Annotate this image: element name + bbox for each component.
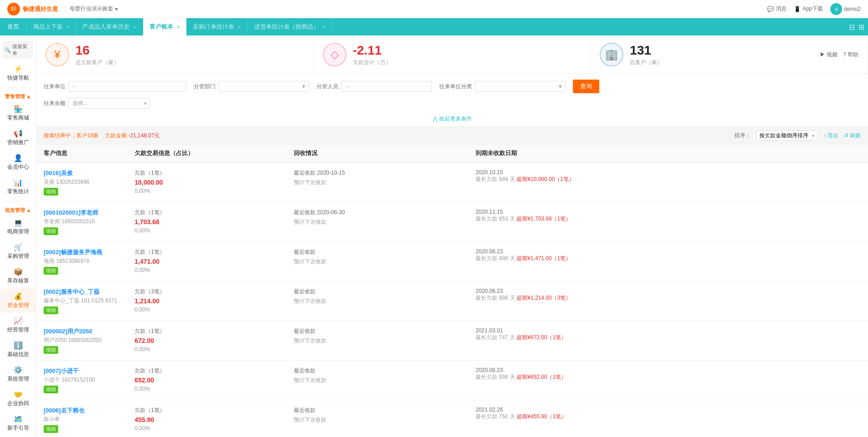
debt-amount-1[interactable]: 1,703.68	[135, 218, 294, 226]
stat-card-amount: ◇ -2.11 欠款合计（万）	[314, 35, 591, 74]
filter-bar: 往来单位 ··· 分管部门 ▾ 分管人员 ···	[36, 74, 868, 127]
department-input[interactable]: ▾	[218, 81, 309, 92]
close-icon[interactable]: ×	[323, 24, 326, 30]
sidebar-item-retail-mall[interactable]: 🏪 零售商城	[0, 101, 36, 126]
mall-icon: 🏪	[14, 105, 23, 113]
help-btn[interactable]: ? 帮助	[843, 51, 858, 59]
refresh-icon: ↺	[844, 132, 848, 139]
customer-name-4[interactable]: [000002]用户2050	[44, 327, 135, 336]
logo-icon: 好	[7, 3, 20, 15]
customer-name-2[interactable]: [0003]畅捷服务尹海燕	[44, 248, 135, 256]
collect-cell-3: 最近收款 预计下次收款	[294, 288, 476, 305]
next-collect-2: 预计下次收款	[294, 258, 476, 266]
source-unit-input[interactable]: ···	[68, 81, 186, 92]
stat-number-total: 131	[630, 43, 662, 58]
table-row: [0003]畅捷服务尹海燕 海燕 18513066976 现销 欠款（1笔） 1…	[36, 242, 868, 281]
overdue-badge-6[interactable]: 超期¥455.90（1笔）	[517, 413, 567, 420]
sidebar-item-system[interactable]: ⚙️ 系统管理	[0, 362, 36, 387]
debt-amount-6[interactable]: 455.90	[135, 416, 294, 423]
customer-tag-2: 现销	[44, 267, 58, 275]
overdue-badge-2[interactable]: 超期¥1,471.00（1笔）	[517, 255, 571, 261]
debt-amount-2[interactable]: 1,471.00	[135, 258, 294, 265]
customer-name-5[interactable]: [0007]小进干	[44, 367, 135, 375]
overdue-days-2: 最长欠款 998 天 超期¥1,471.00（1笔）	[476, 255, 861, 262]
debt-amount-5[interactable]: 652.00	[135, 377, 294, 384]
overdue-badge-5[interactable]: 超期¥652.00（1笔）	[517, 374, 567, 380]
tab-home[interactable]: 首页	[0, 18, 27, 35]
total-icon: 🏢	[600, 43, 623, 66]
search-menu-btn[interactable]: 🔍 搜索菜单	[3, 41, 33, 59]
operation-icon: 📈	[14, 316, 23, 325]
debt-cell-4: 欠款（1笔） 672.00 0.00%	[135, 327, 294, 352]
filter-item-department: 分管部门 ▾	[194, 81, 309, 92]
sidebar-section-wholesale[interactable]: 批发管理 ▲	[0, 203, 36, 215]
next-collect-3: 预计下次收款	[294, 297, 476, 305]
sidebar-item-basic-info[interactable]: ℹ️ 基础信息	[0, 337, 36, 362]
sidebar-item-retail-stats[interactable]: 📊 零售统计	[0, 175, 36, 199]
tab-collapse-icon[interactable]: ⊟	[849, 23, 855, 31]
sidebar-item-inventory[interactable]: 📦 库存核算	[0, 264, 36, 288]
close-icon[interactable]: ×	[177, 24, 180, 30]
overdue-badge-0[interactable]: 超期¥10,000.00（1笔）	[517, 176, 574, 182]
debt-amount-4[interactable]: 672.00	[135, 337, 294, 344]
customer-phone-2: 海燕 18513066976	[44, 257, 135, 265]
collapse-btn[interactable]: ⋀ 收起更多条件	[44, 113, 861, 123]
overdue-badge-1[interactable]: 超期¥1,703.68（1笔）	[517, 216, 571, 222]
debt-cell-1: 欠款（1笔） 1,703.68 0.00%	[135, 209, 294, 234]
sidebar-item-finance[interactable]: 💰 资金管理	[0, 288, 36, 313]
tab-expand-icon[interactable]: ⊞	[858, 23, 864, 31]
sidebar-item-purchase[interactable]: 🛒 采购管理	[0, 239, 36, 264]
tab-product-offshelf[interactable]: 商品上下架 ×	[27, 18, 76, 35]
member-icon: 👤	[14, 154, 23, 162]
close-icon[interactable]: ×	[238, 24, 241, 30]
close-icon[interactable]: ×	[66, 24, 69, 30]
view-video-btn[interactable]: ▶ 视频	[820, 51, 838, 59]
user-menu-btn[interactable]: d demo2	[830, 3, 861, 15]
close-icon[interactable]: ×	[133, 24, 136, 30]
debt-amount-3[interactable]: 1,214.00	[135, 297, 294, 305]
query-btn[interactable]: 查询	[573, 80, 599, 93]
overdue-badge-3[interactable]: 超期¥1,214.00（3笔）	[517, 295, 571, 301]
unit-category-input[interactable]: ▾	[475, 81, 566, 92]
message-btn[interactable]: 💬 消息	[767, 5, 787, 13]
ecommerce-icon: 💻	[14, 218, 23, 227]
customer-phone-4: 用户2050 18665062050	[44, 337, 135, 344]
sidebar-section-retail[interactable]: 零售管理 ▲	[0, 90, 36, 101]
table-row: [0002]服务中心_丁磊 服务中心_丁磊 181 0125 8371 现销 欠…	[36, 281, 868, 321]
header-date: 到期未收款日期	[476, 149, 861, 157]
marketing-icon: 📢	[14, 129, 23, 138]
debt-amount-0[interactable]: 10,000.00	[135, 179, 294, 186]
tab-purchase-stats[interactable]: 进货单统计表（按商品） ×	[248, 18, 332, 35]
debt-count-4: 欠款（1笔）	[135, 327, 294, 335]
tab-product-history[interactable]: 产成品入库单历史 ×	[76, 18, 143, 35]
balance-select[interactable]: 选择...	[68, 98, 150, 109]
refresh-btn[interactable]: ↺ 刷新	[844, 132, 861, 140]
tab-customer-account[interactable]: 客户账本 ×	[143, 18, 186, 35]
sidebar-item-guide[interactable]: 🗺️ 新手引导	[0, 411, 36, 436]
top-bar: 好 畅捷通好生意 母婴行业演示账套 ▾ 💬 消息 📱 App下载 d demo2	[0, 0, 868, 18]
sidebar-item-ecommerce[interactable]: 💻 电商管理	[0, 215, 36, 239]
sort-select[interactable]: 按欠款金额倒序排序	[756, 131, 818, 141]
avatar: d	[830, 3, 842, 15]
customer-name-0[interactable]: [0016]吴俊	[44, 169, 135, 177]
export-btn[interactable]: ↑ 导出	[823, 132, 838, 140]
customer-name-6[interactable]: [0006]去下粮仓	[44, 407, 135, 415]
tab-bar: 首页 商品上下架 × 产成品入库单历史 × 客户账本 × 采购订单统计表 × 进…	[0, 18, 868, 35]
manager-input[interactable]: ···	[341, 81, 432, 92]
inventory-icon: 📦	[14, 267, 23, 276]
tab-purchase-order[interactable]: 采购订单统计表 ×	[186, 18, 247, 35]
app-download-btn[interactable]: 📱 App下载	[794, 5, 823, 13]
recent-collect-5: 最近收款	[294, 367, 476, 375]
search-icon: 🔍	[5, 47, 11, 53]
sidebar-item-operation[interactable]: 📈 经营管理	[0, 313, 36, 337]
sidebar-item-quick-nav[interactable]: ⚡ 快捷导航	[0, 61, 36, 85]
customer-name-1[interactable]: [0001020001]李老师	[44, 209, 135, 217]
date-cell-3: 2020.06.23 最长欠款 998 天 超期¥1,214.00（3笔）	[476, 288, 861, 302]
sidebar-item-member[interactable]: 👤 会员中心	[0, 150, 36, 175]
collect-cell-5: 最近收款 预计下次收款	[294, 367, 476, 384]
customer-name-3[interactable]: [0002]服务中心_丁磊	[44, 288, 135, 296]
company-selector[interactable]: 母婴行业演示账套 ▾	[65, 5, 118, 13]
sidebar-item-marketing[interactable]: 📢 营销推广	[0, 126, 36, 150]
sidebar-item-enterprise-collab[interactable]: 🤝 企业协同	[0, 387, 36, 411]
overdue-badge-4[interactable]: 超期¥672.00（1笔）	[517, 334, 567, 341]
